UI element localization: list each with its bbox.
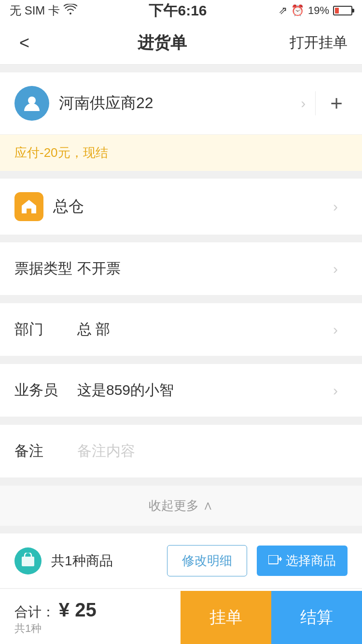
svg-rect-1 [27,209,31,213]
select-product-label: 选择商品 [286,552,336,569]
invoice-card: 票据类型 不开票 › [0,242,362,295]
chevron-right-icon: › [333,382,338,399]
divider [315,91,316,115]
warehouse-row[interactable]: 总仓 › [0,179,362,235]
dept-value: 总 部 [77,320,333,339]
salesperson-row[interactable]: 业务员 这是859的小智 › [0,364,362,417]
battery-icon [333,6,352,15]
remark-label: 备注 [14,441,77,461]
product-header: 共1种商品 修改明细 选择商品 [0,533,362,588]
select-product-button[interactable]: 选择商品 [257,546,348,576]
warehouse-name: 总仓 [53,196,333,217]
chevron-right-icon: › [301,95,306,112]
total-row: 合计： ¥ 25 [14,599,166,621]
dept-label: 部门 [14,320,77,339]
svg-rect-3 [268,555,278,564]
hang-button[interactable]: 挂单 [181,591,271,644]
supplier-row[interactable]: 河南供应商22 › + [0,72,362,135]
dept-row[interactable]: 部门 总 部 › [0,303,362,356]
invoice-value: 不开票 [77,259,333,279]
wifi-icon [64,4,77,17]
supplier-name: 河南供应商22 [59,93,301,114]
svg-point-0 [28,97,36,104]
total-label: 合计： [14,604,55,619]
location-icon: ⇗ [278,4,287,17]
open-hang-button[interactable]: 打开挂单 [290,33,348,53]
warehouse-icon [14,192,43,221]
dept-card: 部门 总 部 › [0,303,362,356]
product-count-icon [14,547,42,574]
total-amount: ¥ 25 [59,599,97,620]
settle-button[interactable]: 结算 [271,591,362,644]
status-time: 下午6:16 [149,1,207,21]
warehouse-card: 总仓 › [0,179,362,235]
remark-row[interactable]: 备注 备注内容 [0,425,362,478]
warning-banner: 应付-20元，现结 [0,135,362,171]
status-bar: 无 SIM 卡 下午6:16 ⇗ ⏰ 19% [0,0,362,21]
warning-text: 应付-20元，现结 [14,145,108,160]
nav-bar: < 进货单 打开挂单 [0,21,362,65]
collapse-row[interactable]: 收起更多 ∧ [0,486,362,526]
page-title: 进货单 [138,32,187,54]
chevron-right-icon: › [333,261,338,277]
remark-card: 备注 备注内容 [0,425,362,478]
supplier-card: 河南供应商22 › + 应付-20元，现结 [0,72,362,171]
status-left: 无 SIM 卡 [10,3,77,18]
battery-percentage: 19% [308,4,329,17]
remark-input[interactable]: 备注内容 [77,441,348,461]
chevron-right-icon: › [333,322,338,338]
salesperson-label: 业务员 [14,380,77,400]
status-right: ⇗ ⏰ 19% [278,4,352,17]
product-count-label: 共1种商品 [51,552,157,570]
svg-rect-2 [22,557,34,566]
back-button[interactable]: < [14,28,34,58]
chevron-right-icon: › [333,198,338,215]
edit-detail-button[interactable]: 修改明细 [167,545,247,576]
collapse-label: 收起更多 ∧ [149,498,213,513]
content: 河南供应商22 › + 应付-20元，现结 总仓 › 票据类型 不开票 › [0,72,362,644]
salesperson-card: 业务员 这是859的小智 › [0,364,362,417]
supplier-avatar [14,86,49,121]
bottom-bar: 合计： ¥ 25 共1种 挂单 结算 [0,591,362,644]
bottom-total: 合计： ¥ 25 共1种 [0,591,181,644]
invoice-row[interactable]: 票据类型 不开票 › [0,242,362,295]
invoice-label: 票据类型 [14,259,77,279]
carrier-label: 无 SIM 卡 [10,3,60,18]
alarm-icon: ⏰ [291,4,304,17]
total-count: 共1种 [14,621,166,636]
add-button[interactable]: + [325,91,348,115]
salesperson-value: 这是859的小智 [77,380,333,400]
